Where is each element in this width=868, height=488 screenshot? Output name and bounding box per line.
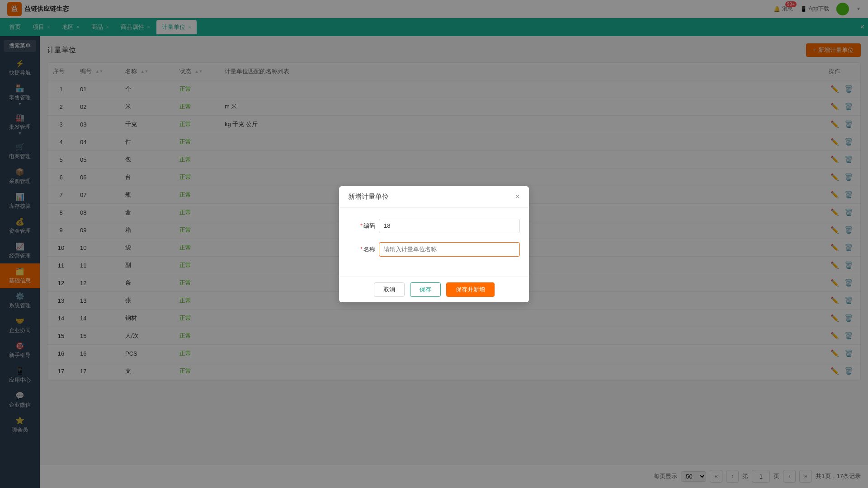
form-item-code: 编码 <box>348 219 520 233</box>
form-item-name: 名称 <box>348 242 520 257</box>
modal-close-btn[interactable]: × <box>515 192 520 201</box>
name-input[interactable] <box>379 242 520 257</box>
save-new-btn[interactable]: 保存并新增 <box>446 282 495 297</box>
save-btn[interactable]: 保存 <box>410 282 441 297</box>
modal-body: 编码 名称 <box>339 208 529 277</box>
name-label: 名称 <box>348 245 375 253</box>
modal-footer: 取消 保存 保存并新增 <box>339 277 529 302</box>
modal-title: 新增计量单位 <box>348 192 389 201</box>
cancel-btn[interactable]: 取消 <box>374 282 405 297</box>
code-input[interactable] <box>379 219 520 233</box>
modal-overlay: 新增计量单位 × 编码 名称 取消 保存 保存并新增 <box>0 0 868 488</box>
code-label: 编码 <box>348 222 375 230</box>
modal-header: 新增计量单位 × <box>339 186 529 208</box>
add-measure-unit-modal: 新增计量单位 × 编码 名称 取消 保存 保存并新增 <box>339 186 529 302</box>
